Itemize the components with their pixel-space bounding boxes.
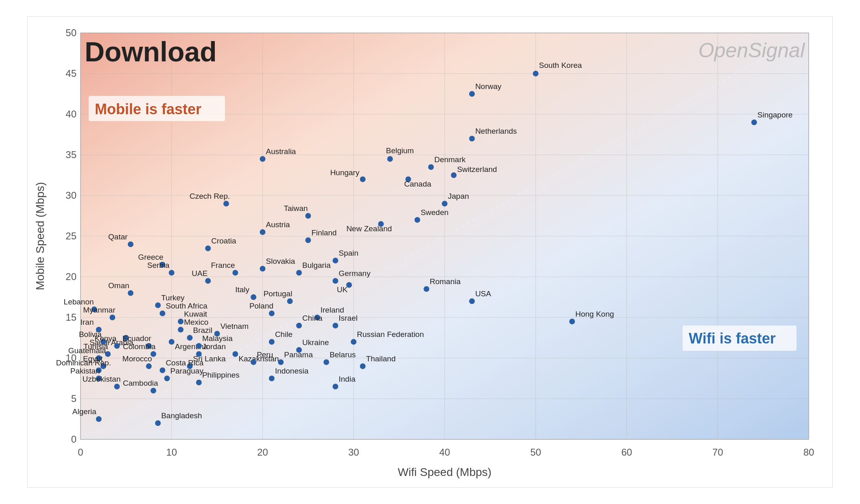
data-point-label: UAE [192,269,207,278]
svg-text:50: 50 [530,447,541,458]
data-point-label: Austria [266,220,290,229]
data-point-label: Algeria [72,407,97,416]
data-point-label: Paraguay [170,367,204,375]
data-point-label: Costa Rica [166,358,203,367]
svg-text:25: 25 [65,230,76,241]
data-point-label: Slovakia [266,257,295,265]
data-point-label: Hungary [330,168,360,177]
svg-text:Wifi Speed (Mbps): Wifi Speed (Mbps) [398,466,491,478]
data-point [251,294,256,300]
data-point-label: Taiwan [284,204,308,213]
data-point-label: Dominican Rep. [56,358,111,367]
data-point-label: Morocco [122,354,152,363]
data-point [278,359,284,365]
data-point-label: Myanmar [83,306,116,314]
data-point [146,363,152,369]
data-point-label: Lebanon [64,298,94,306]
data-point-label: Kenya [95,334,117,343]
data-point [333,278,338,284]
data-point-label: India [339,375,356,383]
data-point [423,286,429,292]
data-point-label: Philippines [202,371,240,379]
data-point [205,278,211,284]
data-point [305,237,311,243]
data-point-label: Belarus [330,350,356,359]
data-point-label: Bulgaria [302,261,331,269]
data-point [533,71,539,76]
data-point-label: Russian Federation [357,330,424,339]
data-point-label: Germany [339,269,371,278]
data-point [109,315,115,320]
data-point [169,339,175,345]
data-point-label: Portugal [264,289,292,298]
data-point-label: Canada [404,180,432,188]
data-point-label: South Africa [166,302,207,310]
data-point [260,266,266,272]
data-point-label: Bangladesh [161,411,202,420]
data-point-label: Poland [249,302,273,310]
data-point [428,164,434,170]
svg-text:Wifi is faster: Wifi is faster [689,330,776,347]
data-point-label: Oman [108,281,129,290]
data-point [114,343,120,349]
data-point [232,351,238,357]
data-point [196,380,202,385]
data-point [323,359,329,365]
data-point-label: Jordan [202,342,226,351]
data-point [114,384,120,389]
data-point [751,119,757,125]
svg-text:Mobile Speed (Mbps): Mobile Speed (Mbps) [34,182,46,290]
data-point-label: China [302,314,323,322]
data-point [205,245,211,251]
svg-text:45: 45 [65,68,76,79]
data-point [164,376,170,381]
data-point [451,172,456,178]
data-point [569,319,575,324]
svg-text:OpenSignal: OpenSignal [698,39,805,62]
data-point-label: New Zealand [346,224,392,233]
data-point-label: South Korea [539,61,582,70]
data-point-label: Serbia [147,261,170,269]
data-point [333,323,338,328]
data-point-label: Japan [448,192,469,200]
data-point-label: Brazil [193,326,213,335]
svg-text:10: 10 [166,447,177,458]
data-point-label: Kuwait [184,310,207,318]
data-point-label: Australia [266,147,296,156]
data-point-label: Spain [339,249,359,257]
svg-text:80: 80 [803,447,814,458]
data-point-label: Finland [311,228,336,237]
data-point-label: Turkey [161,293,185,302]
svg-text:0: 0 [71,434,76,445]
svg-text:Download: Download [85,36,217,67]
data-point-label: Panama [284,350,313,359]
data-point [269,376,275,381]
data-point [469,298,475,304]
data-point-label: Italy [235,285,249,294]
svg-text:50: 50 [65,27,76,38]
data-point [169,270,175,276]
data-point-label: Colombia [123,342,156,351]
data-point-label: Malaysia [202,334,233,343]
data-point [442,201,447,206]
data-point-label: Vietnam [220,322,249,330]
data-point-label: Ecuador [122,334,151,343]
data-point-label: Thailand [366,354,396,363]
data-point-label: Chile [275,330,292,339]
svg-text:40: 40 [439,447,450,458]
data-point [287,298,293,304]
data-point [351,339,356,345]
svg-text:Mobile is faster: Mobile is faster [95,101,201,117]
svg-text:35: 35 [65,149,76,160]
data-point [260,229,266,235]
data-point [187,335,193,341]
data-point [251,359,256,365]
data-point-label: Ireland [321,306,344,314]
data-point [333,384,338,389]
data-point-label: Hong Kong [575,310,614,318]
svg-text:70: 70 [712,447,723,458]
data-point-label: UK [337,285,348,294]
data-point [360,176,366,182]
data-point-label: Czech Rep. [190,192,230,200]
data-point [260,156,266,162]
